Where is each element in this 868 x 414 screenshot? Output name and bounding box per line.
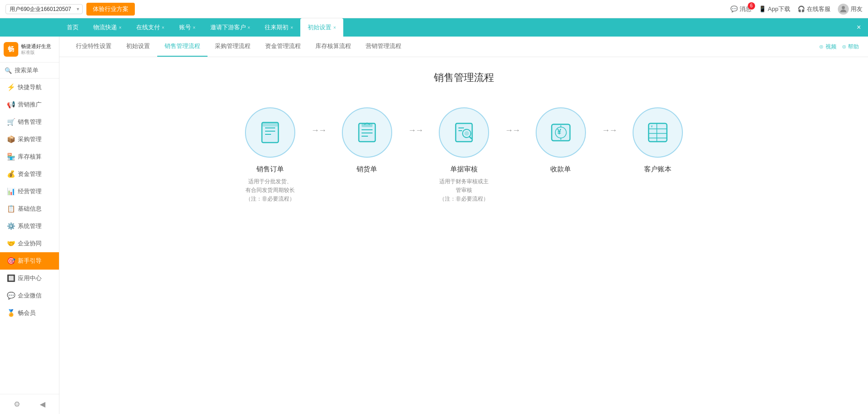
member-icon: 🏅 bbox=[7, 309, 15, 317]
member-label: 畅会员 bbox=[18, 309, 36, 317]
inventory-icon: 🏪 bbox=[7, 153, 15, 161]
tab-purchase-flow[interactable]: 采购管理流程 bbox=[208, 37, 258, 57]
nav-account-label: 账号 bbox=[179, 23, 191, 32]
flow-circle-delivery[interactable] bbox=[342, 107, 392, 158]
service-btn[interactable]: 🎧 在线客服 bbox=[798, 5, 831, 13]
svg-point-13 bbox=[464, 131, 469, 136]
nav-logistics[interactable]: 物流快递 × bbox=[86, 18, 129, 37]
video-btn[interactable]: ⊙ 视频 bbox=[819, 43, 836, 51]
sub-tabs-right: ⊙ 视频 ⊙ 帮助 bbox=[819, 43, 859, 51]
top-bar-right: 💬 消息 6 📱 App下载 🎧 在线客服 用友 bbox=[730, 4, 863, 15]
sidebar-item-collab[interactable]: 🤝 企业协同 bbox=[0, 235, 59, 252]
settings-bottom-btn[interactable]: ⚙ bbox=[12, 398, 22, 410]
service-label: 在线客服 bbox=[807, 5, 831, 13]
tab-industry[interactable]: 行业特性设置 bbox=[69, 37, 119, 57]
sidebar-item-purchase[interactable]: 📦 采购管理 bbox=[0, 131, 59, 148]
logo-sub: 标准版 bbox=[21, 49, 51, 56]
message-badge: 6 bbox=[748, 2, 755, 10]
sidebar-item-member[interactable]: 🏅 畅会员 bbox=[0, 304, 59, 322]
sidebar-item-system[interactable]: ⚙️ 系统管理 bbox=[0, 218, 59, 235]
phone-icon: 📱 bbox=[759, 5, 766, 12]
flow-circle-receipt[interactable]: ¥ bbox=[536, 107, 586, 158]
flow-arrow-3: →→ bbox=[505, 126, 520, 135]
wechat-icon: 💬 bbox=[7, 292, 15, 300]
nav-logistics-label: 物流快递 bbox=[93, 23, 117, 32]
collab-icon: 🤝 bbox=[7, 239, 15, 248]
sidebar-bottom: ⚙ ◀ bbox=[0, 394, 59, 414]
sidebar-item-inventory[interactable]: 🏪 库存核算 bbox=[0, 148, 59, 165]
sidebar-item-finance[interactable]: 💰 资金管理 bbox=[0, 165, 59, 183]
appstore-icon: 🔲 bbox=[7, 274, 15, 282]
flow-desc-order: 适用于分批发货、有合同发货周期较长（注：非必要流程） bbox=[245, 177, 295, 204]
nav-account-close[interactable]: × bbox=[193, 25, 196, 30]
tab-inventory-flow[interactable]: 库存核算流程 bbox=[308, 37, 358, 57]
sidebar-item-guide[interactable]: 🎯 新手引导 bbox=[0, 252, 59, 270]
flow-circle-review[interactable] bbox=[439, 107, 489, 158]
nav-invite-close[interactable]: × bbox=[248, 25, 250, 30]
content: 行业特性设置 初始设置 销售管理流程 采购管理流程 资金管理流程 库存核算流程 bbox=[59, 37, 868, 414]
nav-home[interactable]: 首页 bbox=[59, 18, 86, 37]
flow-circle-order[interactable] bbox=[245, 107, 295, 158]
try-btn[interactable]: 体验行业方案 bbox=[86, 3, 135, 16]
tab-init[interactable]: 初始设置 bbox=[119, 37, 157, 57]
user-btn[interactable]: 用友 bbox=[838, 4, 863, 15]
nav-init-close[interactable]: × bbox=[333, 25, 336, 30]
purchase-label: 采购管理 bbox=[18, 135, 42, 143]
nav-account[interactable]: 账号 × bbox=[172, 18, 203, 37]
flow-item-order: 销售订单 适用于分批发货、有合同发货周期较长（注：非必要流程） bbox=[229, 107, 311, 204]
collab-label: 企业协同 bbox=[18, 239, 42, 248]
quicknav-label: 快捷导航 bbox=[18, 83, 42, 91]
svg-rect-5 bbox=[262, 123, 278, 127]
nav-init-label: 初始设置 bbox=[308, 23, 331, 32]
sidebar-item-sales[interactable]: 🛒 销售管理 bbox=[0, 113, 59, 131]
marketing-label: 营销推广 bbox=[18, 101, 42, 109]
tab-sales-flow[interactable]: 销售管理流程 bbox=[157, 37, 208, 57]
message-btn[interactable]: 💬 消息 6 bbox=[730, 5, 751, 13]
user-select-wrap[interactable]: 用户690企业1660120507 bbox=[5, 4, 83, 14]
top-bar-left: 用户690企业1660120507 体验行业方案 bbox=[5, 3, 135, 16]
app-label: App下载 bbox=[768, 5, 790, 13]
nav-period-close[interactable]: × bbox=[290, 25, 293, 30]
sidebar-item-wechat[interactable]: 💬 企业微信 bbox=[0, 287, 59, 304]
wechat-label: 企业微信 bbox=[18, 292, 42, 300]
guide-icon: 🎯 bbox=[7, 257, 15, 265]
sidebar-search[interactable]: 🔍 搜索菜单 bbox=[0, 63, 59, 79]
nav-init[interactable]: 初始设置 × bbox=[300, 18, 343, 37]
inventory-label: 库存核算 bbox=[18, 153, 42, 161]
nav-logistics-close[interactable]: × bbox=[119, 25, 122, 30]
nav-payment-close[interactable]: × bbox=[162, 25, 165, 30]
nav-invite[interactable]: 邀请下游客户 × bbox=[203, 18, 258, 37]
nav-payment-label: 在线支付 bbox=[136, 23, 160, 32]
flow-label-receipt: 收款单 bbox=[550, 165, 571, 174]
main-nav: 首页 物流快递 × 在线支付 × 账号 × 邀请下游客户 × 往来期初 × 初始… bbox=[0, 18, 868, 37]
app-download-btn[interactable]: 📱 App下载 bbox=[759, 5, 790, 13]
flow-circle-ledger[interactable]: ¥ bbox=[633, 107, 683, 158]
svg-text:¥: ¥ bbox=[557, 128, 561, 136]
operation-icon: 📊 bbox=[7, 187, 15, 196]
top-bar: 用户690企业1660120507 体验行业方案 💬 消息 6 📱 App下载 … bbox=[0, 0, 868, 18]
svg-point-0 bbox=[842, 6, 845, 9]
flow-container: 销售订单 适用于分批发货、有合同发货周期较长（注：非必要流程） →→ bbox=[78, 107, 850, 204]
sidebar-item-marketing[interactable]: 📢 营销推广 bbox=[0, 96, 59, 113]
sidebar-item-basic[interactable]: 📋 基础信息 bbox=[0, 200, 59, 218]
flow-item-ledger: ¥ 客户账本 bbox=[617, 107, 699, 177]
user-select[interactable]: 用户690企业1660120507 bbox=[5, 4, 83, 14]
nav-payment[interactable]: 在线支付 × bbox=[129, 18, 172, 37]
flow-arrow-1: →→ bbox=[311, 126, 326, 135]
tab-marketing-flow[interactable]: 营销管理流程 bbox=[358, 37, 409, 57]
sidebar-item-quicknav[interactable]: ⚡ 快捷导航 bbox=[0, 79, 59, 96]
sidebar-item-appstore[interactable]: 🔲 应用中心 bbox=[0, 270, 59, 287]
help-btn[interactable]: ⊙ 帮助 bbox=[842, 43, 859, 51]
collapse-btn[interactable]: ◀ bbox=[38, 398, 47, 410]
nav-close-all[interactable]: × bbox=[850, 18, 868, 37]
layout: 畅 畅捷通好生意 标准版 🔍 搜索菜单 ⚡ 快捷导航 📢 营销推广 🛒 销售管理 bbox=[0, 37, 868, 414]
nav-period[interactable]: 往来期初 × bbox=[257, 18, 300, 37]
flow-label-order: 销售订单 bbox=[256, 165, 284, 174]
flow-arrow-4: →→ bbox=[602, 126, 617, 135]
marketing-icon: 📢 bbox=[7, 101, 15, 109]
sidebar-item-operation[interactable]: 📊 经营管理 bbox=[0, 183, 59, 200]
nav-period-label: 往来期初 bbox=[265, 23, 288, 32]
search-label: 搜索菜单 bbox=[15, 66, 38, 74]
avatar bbox=[838, 4, 849, 15]
tab-finance-flow[interactable]: 资金管理流程 bbox=[258, 37, 308, 57]
